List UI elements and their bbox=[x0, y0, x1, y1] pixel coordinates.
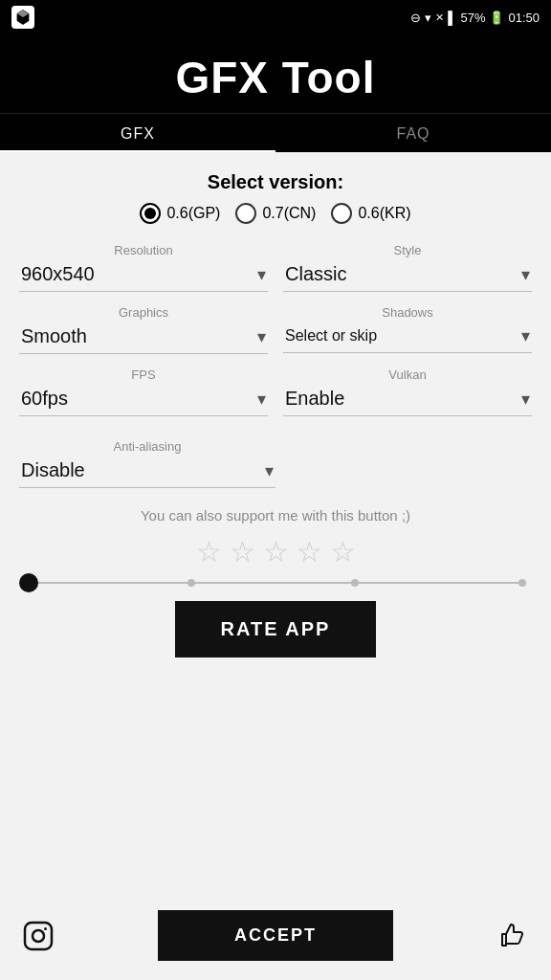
main-content: Select version: 0.6(GP) 0.7(CN) 0.6(KR) … bbox=[0, 152, 551, 899]
shadows-arrow-icon: ▾ bbox=[521, 325, 530, 346]
setting-graphics-label: Graphics bbox=[19, 305, 268, 320]
radio-gp bbox=[140, 203, 161, 224]
vulkan-value: Enable bbox=[285, 388, 344, 410]
version-label-cn: 0.7(CN) bbox=[262, 205, 316, 222]
setting-fps: FPS 60fps ▾ bbox=[19, 368, 268, 416]
settings-grid: Resolution 960x540 ▾ Style Classic ▾ Gra… bbox=[19, 243, 532, 430]
battery-icon: 🔋 bbox=[489, 11, 504, 25]
slider-tick-1 bbox=[187, 579, 195, 587]
slider-track bbox=[29, 582, 522, 584]
setting-style: Style Classic ▾ bbox=[283, 243, 532, 292]
version-option-gp[interactable]: 0.6(GP) bbox=[140, 203, 220, 224]
style-value: Classic bbox=[285, 263, 346, 285]
svg-point-1 bbox=[33, 930, 44, 942]
setting-vulkan-label: Vulkan bbox=[283, 368, 532, 382]
setting-vulkan: Vulkan Enable ▾ bbox=[283, 368, 532, 416]
stars-row: ☆ ☆ ☆ ☆ ☆ bbox=[19, 535, 532, 568]
radio-cn bbox=[235, 203, 256, 224]
slider-tick-3 bbox=[518, 579, 526, 587]
version-option-cn[interactable]: 0.7(CN) bbox=[235, 203, 316, 224]
tab-gfx[interactable]: GFX bbox=[0, 114, 276, 152]
antialiasing-dropdown[interactable]: Disable ▾ bbox=[19, 456, 276, 488]
setting-antialiasing-label: Anti-aliasing bbox=[19, 439, 276, 454]
support-section: You can also support me with this button… bbox=[19, 507, 532, 657]
signal-icon: ▌ bbox=[448, 11, 456, 25]
setting-resolution: Resolution 960x540 ▾ bbox=[19, 243, 268, 292]
graphics-arrow-icon: ▾ bbox=[257, 326, 266, 347]
vulkan-dropdown[interactable]: Enable ▾ bbox=[283, 384, 532, 416]
rate-app-button[interactable]: RATE APP bbox=[175, 601, 377, 657]
shadows-value: Select or skip bbox=[285, 327, 377, 345]
version-label-kr: 0.6(KR) bbox=[358, 205, 410, 222]
style-dropdown[interactable]: Classic ▾ bbox=[283, 259, 532, 292]
version-label-gp: 0.6(GP) bbox=[166, 205, 220, 222]
radio-kr bbox=[331, 203, 352, 224]
setting-fps-label: FPS bbox=[19, 368, 268, 382]
star-2[interactable]: ☆ bbox=[230, 535, 255, 568]
status-right: ⊖ ▾ ✕ ▌ 57% 🔋 01:50 bbox=[410, 11, 540, 25]
svg-point-2 bbox=[44, 927, 47, 930]
resolution-value: 960x540 bbox=[21, 263, 95, 285]
version-options: 0.6(GP) 0.7(CN) 0.6(KR) bbox=[19, 203, 532, 224]
resolution-dropdown[interactable]: 960x540 ▾ bbox=[19, 259, 268, 292]
resolution-arrow-icon: ▾ bbox=[257, 264, 266, 285]
battery-percent: 57% bbox=[460, 11, 485, 25]
star-4[interactable]: ☆ bbox=[297, 535, 322, 568]
thumbsup-button[interactable] bbox=[494, 917, 532, 955]
version-title: Select version: bbox=[19, 171, 532, 193]
star-1[interactable]: ☆ bbox=[196, 535, 222, 568]
accept-button[interactable]: ACCEPT bbox=[158, 910, 393, 961]
slider-thumb bbox=[19, 573, 38, 592]
shadows-dropdown[interactable]: Select or skip ▾ bbox=[283, 322, 532, 353]
setting-antialiasing: Anti-aliasing Disable ▾ bbox=[19, 439, 276, 488]
status-bar: ⊖ ▾ ✕ ▌ 57% 🔋 01:50 bbox=[0, 0, 551, 34]
slider-tick-2 bbox=[351, 579, 359, 587]
setting-graphics: Graphics Smooth ▾ bbox=[19, 305, 268, 354]
setting-shadows: Shadows Select or skip ▾ bbox=[283, 305, 532, 354]
version-option-kr[interactable]: 0.6(KR) bbox=[331, 203, 410, 224]
vulkan-arrow-icon: ▾ bbox=[521, 389, 530, 410]
antialiasing-value: Disable bbox=[21, 459, 85, 481]
bottom-bar: ACCEPT bbox=[0, 899, 551, 980]
signal-off-icon: ✕ bbox=[435, 11, 444, 24]
app-header: GFX Tool bbox=[0, 34, 551, 113]
star-3[interactable]: ☆ bbox=[263, 535, 289, 568]
tab-faq[interactable]: FAQ bbox=[276, 114, 551, 152]
instagram-button[interactable] bbox=[19, 917, 57, 955]
svg-rect-0 bbox=[25, 923, 52, 949]
star-5[interactable]: ☆ bbox=[330, 535, 356, 568]
graphics-dropdown[interactable]: Smooth ▾ bbox=[19, 322, 268, 354]
support-text: You can also support me with this button… bbox=[19, 507, 532, 523]
fps-value: 60fps bbox=[21, 388, 68, 410]
time: 01:50 bbox=[508, 11, 540, 25]
setting-shadows-label: Shadows bbox=[283, 305, 532, 320]
rating-slider[interactable] bbox=[29, 582, 522, 584]
style-arrow-icon: ▾ bbox=[521, 264, 530, 285]
setting-style-label: Style bbox=[283, 243, 532, 257]
app-icon bbox=[11, 6, 34, 29]
fps-dropdown[interactable]: 60fps ▾ bbox=[19, 384, 268, 416]
do-not-disturb-icon: ⊖ bbox=[410, 11, 421, 25]
graphics-value: Smooth bbox=[21, 325, 87, 347]
fps-arrow-icon: ▾ bbox=[257, 389, 266, 410]
tab-bar: GFX FAQ bbox=[0, 113, 551, 152]
app-title: GFX Tool bbox=[0, 52, 551, 103]
setting-resolution-label: Resolution bbox=[19, 243, 268, 257]
version-section: Select version: 0.6(GP) 0.7(CN) 0.6(KR) bbox=[19, 171, 532, 224]
wifi-icon: ▾ bbox=[425, 11, 431, 25]
antialiasing-arrow-icon: ▾ bbox=[265, 460, 274, 481]
